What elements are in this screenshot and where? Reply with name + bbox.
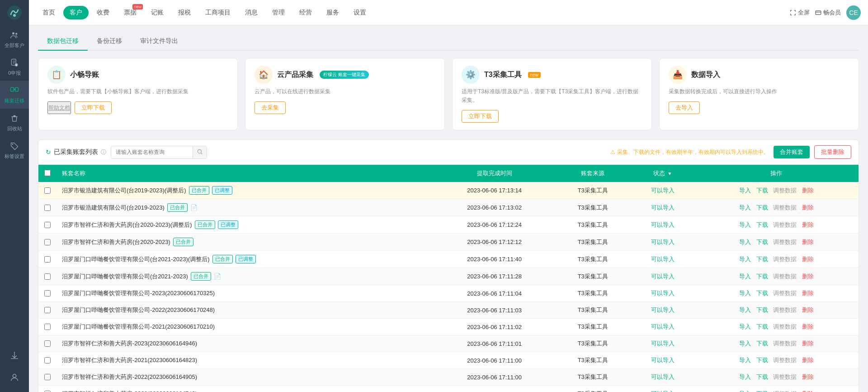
nav-billing[interactable]: 收费: [90, 6, 116, 19]
tab-backup-migration[interactable]: 备份迁移: [88, 33, 131, 51]
row-tag[interactable]: 已调整: [212, 186, 232, 195]
nav-invoice[interactable]: 票据 new: [118, 6, 143, 19]
vip-button[interactable]: 畅会员: [815, 9, 841, 17]
delete-link[interactable]: 删除: [802, 187, 814, 194]
user-profile-button[interactable]: [5, 368, 24, 387]
merge-account-button[interactable]: 合并账套: [774, 146, 810, 158]
row-checkbox[interactable]: [44, 239, 51, 245]
adjust-data-link[interactable]: 调整数据: [773, 239, 797, 245]
nav-clients[interactable]: 客户: [63, 6, 89, 19]
row-tag[interactable]: 已合并: [167, 203, 188, 212]
fullscreen-button[interactable]: 全屏: [790, 9, 810, 17]
adjust-data-link[interactable]: 调整数据: [773, 306, 797, 313]
t3-download-button[interactable]: 立即下载: [462, 110, 499, 123]
import-link[interactable]: 导入: [739, 290, 751, 296]
download-link[interactable]: 下载: [756, 273, 768, 280]
download-link[interactable]: 下载: [756, 357, 768, 363]
delete-link[interactable]: 删除: [802, 204, 814, 211]
download-link[interactable]: 下载: [756, 221, 768, 228]
adjust-data-link[interactable]: 调整数据: [773, 323, 797, 330]
download-now-button[interactable]: 立即下载: [75, 101, 112, 114]
import-link[interactable]: 导入: [739, 187, 751, 194]
row-checkbox[interactable]: [44, 256, 51, 263]
adjust-data-link[interactable]: 调整数据: [773, 187, 797, 194]
nav-bizproject[interactable]: 工商项目: [199, 6, 237, 19]
import-link[interactable]: 导入: [739, 239, 751, 245]
go-collect-button[interactable]: 去采集: [255, 101, 286, 114]
import-link[interactable]: 导入: [739, 340, 751, 347]
import-link[interactable]: 导入: [739, 357, 751, 363]
nav-operation[interactable]: 经营: [293, 6, 318, 19]
sidebar-item-all-clients[interactable]: 全部客户: [0, 25, 29, 53]
nav-service[interactable]: 服务: [320, 6, 345, 19]
download-link[interactable]: 下载: [756, 323, 768, 330]
download-link[interactable]: 下载: [756, 340, 768, 347]
select-all-checkbox[interactable]: [44, 170, 51, 176]
row-checkbox[interactable]: [44, 273, 51, 280]
download-link[interactable]: 下载: [756, 239, 768, 245]
row-tag[interactable]: 已调整: [236, 255, 256, 263]
nav-settings[interactable]: 设置: [347, 6, 373, 19]
import-link[interactable]: 导入: [739, 221, 751, 228]
row-checkbox[interactable]: [44, 290, 51, 296]
row-checkbox[interactable]: [44, 324, 51, 330]
adjust-data-link[interactable]: 调整数据: [773, 290, 797, 296]
delete-link[interactable]: 删除: [802, 390, 814, 392]
adjust-data-link[interactable]: 调整数据: [773, 256, 797, 263]
download-link[interactable]: 下载: [756, 187, 768, 194]
row-tag[interactable]: 已合并: [191, 272, 211, 281]
help-doc-button[interactable]: 帮助文档: [47, 101, 71, 114]
import-link[interactable]: 导入: [739, 323, 751, 330]
adjust-data-link[interactable]: 调整数据: [773, 273, 797, 280]
nav-tax[interactable]: 报税: [172, 6, 197, 19]
delete-link[interactable]: 删除: [802, 340, 814, 347]
search-button[interactable]: [193, 146, 207, 158]
row-checkbox[interactable]: [44, 340, 51, 347]
import-link[interactable]: 导入: [739, 204, 751, 211]
tab-audit-export[interactable]: 审计文件导出: [131, 33, 187, 51]
download-link[interactable]: 下载: [756, 390, 768, 392]
import-link[interactable]: 导入: [739, 273, 751, 280]
delete-link[interactable]: 删除: [802, 357, 814, 363]
sidebar-item-recycle[interactable]: 回收站: [0, 109, 29, 136]
batch-delete-button[interactable]: 批量删除: [814, 145, 851, 159]
file-icon[interactable]: 📄: [214, 273, 221, 280]
nav-accounting[interactable]: 记账: [145, 6, 170, 19]
row-checkbox[interactable]: [44, 374, 51, 380]
file-icon[interactable]: 📄: [190, 204, 198, 211]
row-tag[interactable]: 已合并: [173, 238, 193, 246]
nav-management[interactable]: 管理: [266, 6, 291, 19]
delete-link[interactable]: 删除: [802, 306, 814, 313]
adjust-data-link[interactable]: 调整数据: [773, 221, 797, 228]
row-checkbox[interactable]: [44, 357, 51, 363]
delete-link[interactable]: 删除: [802, 239, 814, 245]
app-logo[interactable]: [0, 0, 29, 25]
nav-home[interactable]: 首页: [36, 6, 61, 19]
row-tag[interactable]: 已合并: [212, 255, 233, 263]
download-link[interactable]: 下载: [756, 306, 768, 313]
avatar[interactable]: CE: [846, 5, 861, 20]
go-import-button[interactable]: 去导入: [669, 101, 700, 114]
delete-link[interactable]: 删除: [802, 256, 814, 263]
row-checkbox[interactable]: [44, 222, 51, 228]
row-tag[interactable]: 已合并: [189, 186, 209, 195]
tab-data-migration[interactable]: 数据包迁移: [38, 33, 88, 51]
delete-link[interactable]: 删除: [802, 323, 814, 330]
delete-link[interactable]: 删除: [802, 273, 814, 280]
nav-message[interactable]: 消息: [239, 6, 264, 19]
import-link[interactable]: 导入: [739, 373, 751, 380]
delete-link[interactable]: 删除: [802, 221, 814, 228]
sidebar-item-zero-report[interactable]: 0 0申报: [0, 53, 29, 81]
refresh-icon[interactable]: ↻: [46, 148, 51, 156]
import-link[interactable]: 导入: [739, 306, 751, 313]
import-link[interactable]: 导入: [739, 390, 751, 392]
sidebar-item-account-migration[interactable]: 账套迁移: [0, 81, 29, 108]
row-tag[interactable]: 已调整: [218, 220, 238, 229]
adjust-data-link[interactable]: 调整数据: [773, 340, 797, 347]
download-button[interactable]: [5, 347, 24, 365]
row-checkbox[interactable]: [44, 307, 51, 313]
download-link[interactable]: 下载: [756, 256, 768, 263]
download-link[interactable]: 下载: [756, 204, 768, 211]
download-link[interactable]: 下载: [756, 290, 768, 296]
adjust-data-link[interactable]: 调整数据: [773, 357, 797, 363]
